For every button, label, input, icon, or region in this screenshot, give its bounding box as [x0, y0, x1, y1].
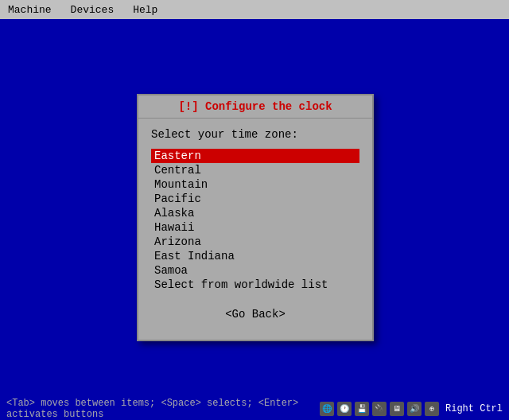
storage-icon: 💾: [355, 402, 369, 416]
menu-devices[interactable]: Devices: [66, 2, 119, 18]
timezone-item-arizona[interactable]: Arizona: [151, 235, 359, 249]
dialog-button-row: <Go Back>: [151, 301, 359, 330]
timezone-item-samoa[interactable]: Samoa: [151, 263, 359, 278]
network-icon: 🌐: [320, 402, 334, 416]
timezone-item-east-indiana[interactable]: East Indiana: [151, 249, 359, 263]
menu-machine[interactable]: Machine: [3, 2, 56, 18]
audio-icon: 🔊: [407, 402, 422, 416]
dialog-body: Select your time zone: EasternCentralMou…: [138, 119, 372, 340]
capture-icon: ⊕: [425, 402, 439, 416]
timezone-item-central[interactable]: Central: [151, 163, 359, 177]
timezone-item-worldwide[interactable]: Select from worldwide list: [151, 278, 359, 292]
statusbar-text: <Tab> moves between items; <Space> selec…: [6, 398, 320, 420]
right-ctrl-label: Right Ctrl: [445, 403, 503, 414]
timezone-item-mountain[interactable]: Mountain: [151, 177, 359, 192]
statusbar: <Tab> moves between items; <Space> selec…: [0, 398, 509, 420]
menubar: Machine Devices Help: [0, 0, 509, 19]
clock-icon: 🕐: [337, 402, 352, 416]
usb-icon: 🔌: [372, 402, 387, 416]
timezone-item-hawaii[interactable]: Hawaii: [151, 220, 359, 235]
statusbar-icons: 🌐 🕐 💾 🔌 🖥 🔊 ⊕ Right Ctrl: [320, 402, 503, 416]
dialog-prompt: Select your time zone:: [151, 128, 359, 141]
menu-help[interactable]: Help: [128, 2, 162, 18]
configure-clock-dialog: [!] Configure the clock Select your time…: [137, 94, 374, 341]
go-back-button[interactable]: <Go Back>: [219, 306, 292, 322]
timezone-list: EasternCentralMountainPacificAlaskaHawai…: [151, 149, 359, 292]
timezone-item-eastern[interactable]: Eastern: [151, 149, 359, 163]
display-icon: 🖥: [390, 402, 404, 416]
timezone-item-pacific[interactable]: Pacific: [151, 192, 359, 206]
dialog-title: [!] Configure the clock: [138, 95, 372, 119]
timezone-item-alaska[interactable]: Alaska: [151, 206, 359, 220]
